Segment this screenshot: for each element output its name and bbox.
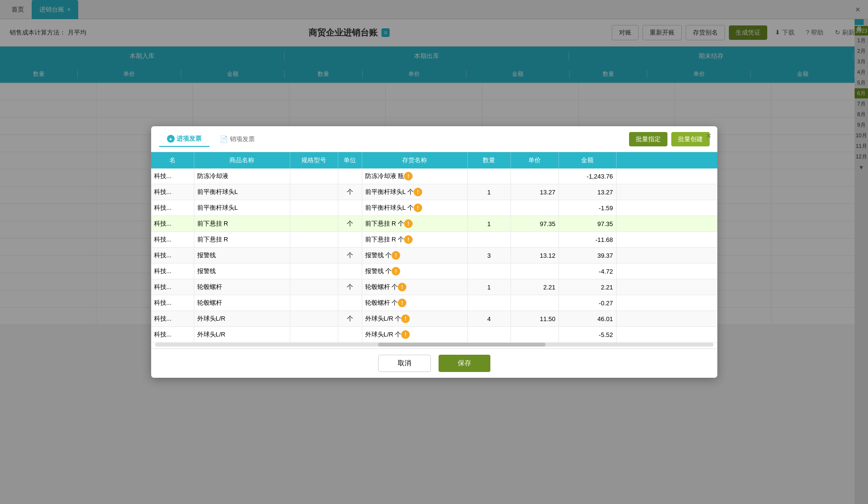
- table-cell: [290, 184, 338, 200]
- table-row[interactable]: 科技...防冻冷却液防冻冷却液 瓶!-1,243.76: [151, 168, 717, 184]
- batch-assign-button[interactable]: 批量指定: [629, 132, 667, 146]
- table-row[interactable]: 科技...轮毂螺杆轮毂螺杆 个!-0.27: [151, 295, 717, 311]
- table-cell: [338, 168, 362, 184]
- table-cell: 科技...: [151, 264, 194, 279]
- table-cell: 个: [338, 248, 362, 263]
- table-cell: 前平衡杆球头L 个!: [362, 184, 468, 200]
- modal-close-icon[interactable]: ×: [706, 131, 712, 141]
- save-button[interactable]: 保存: [439, 355, 490, 372]
- modal-footer: 取消 保存: [151, 348, 717, 378]
- table-cell: 防冻冷却液: [194, 168, 290, 184]
- table-cell: 报警线 个!: [362, 264, 468, 279]
- warning-icon: !: [404, 172, 413, 180]
- th-spec: 规格型号: [290, 152, 338, 168]
- table-cell: 个: [338, 279, 362, 295]
- table-row[interactable]: 科技...前平衡杆球头L前平衡杆球头L 个!-1.59: [151, 200, 717, 216]
- table-cell: 1: [468, 184, 511, 200]
- table-row[interactable]: 科技...前下悬挂 R前下悬挂 R 个!-11.68: [151, 232, 717, 248]
- warning-icon: !: [414, 188, 422, 196]
- table-cell: [290, 264, 338, 279]
- tab-purchase-invoice[interactable]: ● 进项发票: [159, 131, 210, 147]
- table-cell: 报警线 个!: [362, 248, 468, 263]
- table-cell: 前平衡杆球头L: [194, 184, 290, 200]
- th-amount: 金额: [559, 152, 617, 168]
- table-row[interactable]: 科技...外球头L/R个外球头L/R 个!411.5046.01: [151, 311, 717, 327]
- th-product-name: 商品名称: [194, 152, 290, 168]
- table-row[interactable]: 科技...轮毂螺杆个轮毂螺杆 个!12.212.21: [151, 279, 717, 295]
- table-cell: 科技...: [151, 279, 194, 295]
- table-cell: [511, 264, 559, 279]
- th-price: 单价: [511, 152, 559, 168]
- table-row[interactable]: 科技...前下悬挂 R个前下悬挂 R 个!197.3597.35: [151, 216, 717, 232]
- warning-icon: !: [392, 251, 400, 260]
- table-cell: 2.21: [511, 279, 559, 295]
- th-unit: 单位: [338, 152, 362, 168]
- table-cell: [290, 200, 338, 216]
- table-cell: 科技...: [151, 168, 194, 184]
- table-row[interactable]: 科技...报警线报警线 个!-4.72: [151, 264, 717, 279]
- stock-name-text: 轮毂螺杆 个: [365, 299, 398, 307]
- stock-name-text: 报警线 个: [365, 267, 392, 276]
- table-cell: [290, 327, 338, 342]
- table-cell: 4: [468, 311, 511, 326]
- table-cell: 前下悬挂 R: [194, 216, 290, 231]
- table-cell: -1.59: [559, 200, 617, 216]
- table-cell: 39.37: [559, 248, 617, 263]
- table-cell: [511, 295, 559, 311]
- table-cell: [468, 168, 511, 184]
- table-cell: 13.12: [511, 248, 559, 263]
- table-row[interactable]: 科技...前平衡杆球头L个前平衡杆球头L 个!113.2713.27: [151, 184, 717, 200]
- table-cell: 科技...: [151, 200, 194, 216]
- horizontal-scrollbar[interactable]: [151, 343, 717, 347]
- stock-name-text: 前下悬挂 R 个: [365, 235, 404, 244]
- table-cell: [511, 232, 559, 247]
- table-cell: [290, 216, 338, 231]
- table-cell: [338, 295, 362, 311]
- table-cell: -4.72: [559, 264, 617, 279]
- batch-create-button[interactable]: 批量创建: [671, 132, 710, 146]
- table-cell: 外球头L/R 个!: [362, 327, 468, 342]
- table-row[interactable]: 科技...报警线个报警线 个!313.1239.37: [151, 248, 717, 264]
- table-cell: 3: [468, 248, 511, 263]
- sales-tab-label: 销项发票: [230, 135, 255, 144]
- table-cell: 2.21: [559, 279, 617, 295]
- modal-overlay: ● 进项发票 📄 销项发票 批量指定 批量创建 × 名 商品名称: [0, 0, 868, 504]
- tab-sales-invoice[interactable]: 📄 销项发票: [212, 132, 263, 147]
- scrollbar-thumb[interactable]: [378, 343, 546, 347]
- table-cell: [290, 232, 338, 247]
- table-cell: [468, 264, 511, 279]
- stock-name-text: 防冻冷却液 瓶: [365, 172, 404, 180]
- warning-icon: !: [414, 204, 422, 212]
- app-container: 首页 进销台账 × × 销售成本计算方法： 月平均 商贸企业进销台账 ≡ 对账 …: [0, 0, 868, 504]
- table-cell: 轮毂螺杆: [194, 279, 290, 295]
- cancel-button[interactable]: 取消: [378, 355, 431, 372]
- table-cell: 科技...: [151, 327, 194, 342]
- table-cell: [290, 248, 338, 263]
- stock-name-text: 前下悬挂 R 个: [365, 219, 404, 228]
- table-cell: 个: [338, 216, 362, 231]
- table-cell: [338, 264, 362, 279]
- table-cell: 前下悬挂 R 个!: [362, 216, 468, 231]
- table-row[interactable]: 科技...外球头L/R外球头L/R 个!-5.52: [151, 327, 717, 343]
- table-cell: [290, 168, 338, 184]
- table-cell: [511, 200, 559, 216]
- table-cell: [290, 295, 338, 311]
- purchase-tab-label: 进项发票: [177, 134, 202, 143]
- stock-name-text: 前平衡杆球头L 个: [365, 204, 414, 212]
- table-cell: 1: [468, 279, 511, 295]
- th-stock-name: 存货名称: [362, 152, 468, 168]
- table-cell: [511, 327, 559, 342]
- table-cell: [338, 327, 362, 342]
- stock-name-text: 前平衡杆球头L 个: [365, 188, 414, 196]
- table-cell: 97.35: [511, 216, 559, 231]
- table-cell: [468, 200, 511, 216]
- stock-name-text: 外球头L/R 个: [365, 330, 402, 339]
- sales-tab-icon: 📄: [220, 135, 228, 143]
- warning-icon: !: [401, 314, 410, 323]
- table-cell: 46.01: [559, 311, 617, 326]
- table-cell: 前平衡杆球头L 个!: [362, 200, 468, 216]
- table-cell: 科技...: [151, 232, 194, 247]
- table-cell: [290, 279, 338, 295]
- stock-name-text: 报警线 个: [365, 251, 392, 260]
- table-cell: -0.27: [559, 295, 617, 311]
